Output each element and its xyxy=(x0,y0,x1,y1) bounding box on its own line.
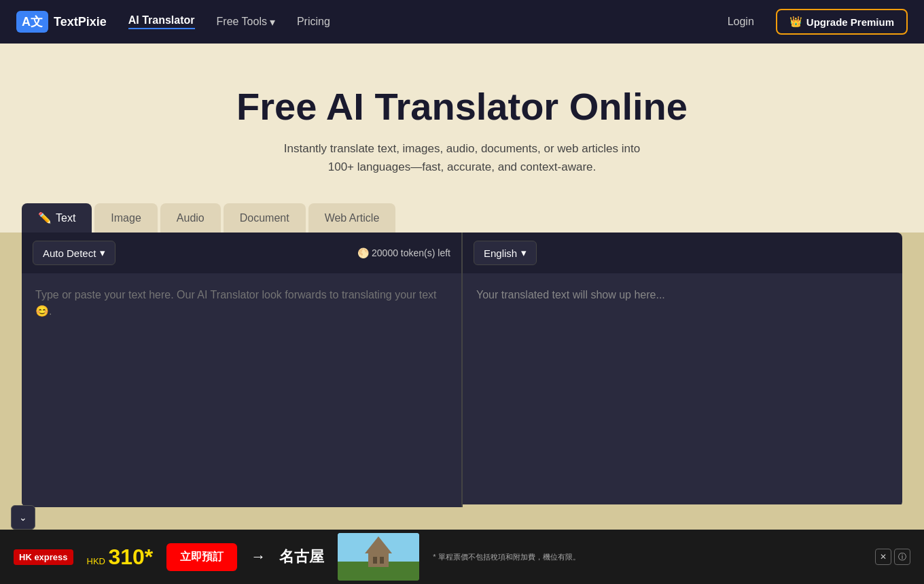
chevron-down-icon: ▾ xyxy=(270,16,275,29)
ad-hkd-prefix: HKD xyxy=(87,556,105,566)
tab-document-label: Document xyxy=(240,212,289,224)
upgrade-premium-button[interactable]: 👑 Upgrade Premium xyxy=(776,9,908,35)
source-lang-label: Auto Detect xyxy=(43,247,96,259)
hero-subtitle: Instantly translate text, images, audio,… xyxy=(14,139,910,176)
nav-free-tools-label: Free Tools xyxy=(217,16,267,28)
target-panel: English ▾ Your translated text will show… xyxy=(463,233,902,507)
ad-info-button[interactable]: ⓘ xyxy=(894,549,910,565)
tab-audio[interactable]: Audio xyxy=(160,203,221,233)
ad-cta-label: 立即預訂 xyxy=(180,551,224,562)
translator-wrapper: Auto Detect ▾ 🌕 20000 token(s) left Engl… xyxy=(22,233,902,507)
logo-name-text: TextPixie xyxy=(54,15,107,29)
translated-output: Your translated text will show up here..… xyxy=(463,273,902,504)
target-language-selector[interactable]: English ▾ xyxy=(474,241,537,265)
source-textarea-wrapper xyxy=(22,273,461,507)
logo-icon: A文 xyxy=(16,11,48,33)
ad-price: 310* xyxy=(108,545,153,569)
output-placeholder-text: Your translated text will show up here..… xyxy=(476,289,665,300)
tab-list: ✏️ Text Image Audio Document Web Article xyxy=(22,203,902,233)
ad-disclaimer: * 單程票價不包括稅項和附加費，機位有限。 xyxy=(433,552,580,562)
translator-panels: Auto Detect ▾ 🌕 20000 token(s) left Engl… xyxy=(22,233,902,507)
tokens-badge: 🌕 20000 token(s) left xyxy=(357,247,450,258)
hero-section: Free AI Translator Online Instantly tran… xyxy=(0,44,924,203)
ad-destination: 名古屋 xyxy=(279,547,324,567)
source-panel: Auto Detect ▾ 🌕 20000 token(s) left xyxy=(22,233,461,507)
ad-content: HK express HKD 310* 立即預訂 → 名古屋 * 單程票價不包括… xyxy=(14,533,870,581)
tabs-container: ✏️ Text Image Audio Document Web Article xyxy=(0,203,924,233)
tab-web-article-label: Web Article xyxy=(325,212,380,224)
svg-rect-4 xyxy=(373,557,377,564)
dropdown-arrow-icon: ▾ xyxy=(521,247,527,259)
ad-arrow-icon: → xyxy=(251,548,266,566)
svg-rect-3 xyxy=(368,553,389,567)
target-panel-header: English ▾ xyxy=(463,233,902,273)
ad-banner: HK express HKD 310* 立即預訂 → 名古屋 * 單程票價不包括… xyxy=(0,530,924,584)
tab-text[interactable]: ✏️ Text xyxy=(22,203,92,233)
ad-cta-button[interactable]: 立即預訂 xyxy=(166,543,237,571)
ad-brand-label: HK express xyxy=(19,552,68,562)
pencil-icon: ✏️ xyxy=(38,211,52,224)
svg-rect-5 xyxy=(380,557,384,564)
expand-button[interactable]: ⌄ xyxy=(11,505,35,530)
translator-section: Auto Detect ▾ 🌕 20000 token(s) left Engl… xyxy=(0,233,924,534)
source-panel-header: Auto Detect ▾ 🌕 20000 token(s) left xyxy=(22,233,461,273)
ad-close-button[interactable]: ✕ xyxy=(875,549,891,565)
tab-image[interactable]: Image xyxy=(94,203,157,233)
nav-free-tools[interactable]: Free Tools ▾ xyxy=(217,16,275,29)
ad-price-section: HKD 310* xyxy=(87,545,154,570)
logo[interactable]: A文 TextPixie xyxy=(16,11,107,33)
nav-pricing[interactable]: Pricing xyxy=(297,16,330,28)
source-language-selector[interactable]: Auto Detect ▾ xyxy=(33,241,116,265)
tab-image-label: Image xyxy=(111,212,141,224)
ad-castle-image xyxy=(338,533,419,581)
hero-subtitle-line2: 100+ languages—fast, accurate, and conte… xyxy=(328,160,597,173)
crown-icon: 👑 xyxy=(789,16,802,28)
tab-text-label: Text xyxy=(56,212,75,224)
chevron-down-icon: ⌄ xyxy=(19,512,27,523)
tab-web-article[interactable]: Web Article xyxy=(308,203,396,233)
hero-subtitle-line1: Instantly translate text, images, audio,… xyxy=(284,142,640,155)
ad-brand-logo: HK express xyxy=(14,549,73,565)
hero-title: Free AI Translator Online xyxy=(14,84,910,128)
logo-brand-text: A文 xyxy=(22,14,43,30)
tab-audio-label: Audio xyxy=(177,212,205,224)
dropdown-arrow-icon: ▾ xyxy=(100,247,105,259)
navbar: A文 TextPixie AI Translator Free Tools ▾ … xyxy=(0,0,924,44)
login-button[interactable]: Login xyxy=(728,16,754,28)
nav-ai-translator[interactable]: AI Translator xyxy=(128,14,195,29)
source-textarea[interactable] xyxy=(22,273,461,504)
upgrade-label: Upgrade Premium xyxy=(806,16,894,28)
tab-document[interactable]: Document xyxy=(224,203,306,233)
target-lang-label: English xyxy=(484,247,517,259)
